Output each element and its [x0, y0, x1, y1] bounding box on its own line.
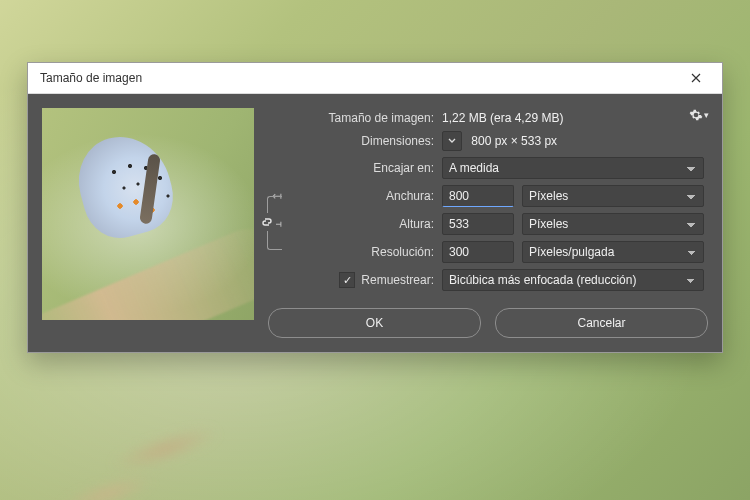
- image-size-label: Tamaño de imagen:: [286, 108, 438, 128]
- dimensions-unit-dropdown[interactable]: [442, 131, 462, 151]
- close-button[interactable]: [678, 64, 714, 92]
- constrain-proportions-toggle[interactable]: [258, 213, 276, 231]
- width-input[interactable]: [442, 185, 514, 207]
- link-icon: [261, 215, 273, 229]
- resample-label: Remuestrear:: [361, 273, 434, 287]
- fit-to-label: Encajar en:: [286, 154, 438, 182]
- image-size-value: 1,22 MB (era 4,29 MB): [442, 111, 563, 125]
- width-drag-handle[interactable]: ↤: [268, 182, 286, 210]
- height-input[interactable]: [442, 213, 514, 235]
- resolution-unit-select[interactable]: Píxeles/pulgada: [522, 241, 704, 263]
- image-size-dialog: Tamaño de imagen ▾: [27, 62, 723, 353]
- dialog-title: Tamaño de imagen: [40, 71, 678, 85]
- gear-icon: [689, 108, 703, 122]
- resample-method-select[interactable]: Bicúbica más enfocada (reducción): [442, 269, 704, 291]
- settings-menu-button[interactable]: ▾: [688, 104, 710, 126]
- chevron-down-icon: [448, 137, 456, 145]
- height-unit-select[interactable]: Píxeles: [522, 213, 704, 235]
- fit-to-select[interactable]: A medida: [442, 157, 704, 179]
- dimensions-label: Dimensiones:: [286, 128, 438, 154]
- image-preview: [42, 108, 254, 320]
- resolution-label: Resolución:: [286, 238, 438, 266]
- titlebar[interactable]: Tamaño de imagen: [28, 63, 722, 94]
- resolution-input[interactable]: [442, 241, 514, 263]
- close-icon: [691, 73, 701, 83]
- dimensions-value: 800 px × 533 px: [471, 134, 557, 148]
- ok-button[interactable]: OK: [268, 308, 481, 338]
- height-label: Altura:: [286, 210, 438, 238]
- form-area: ▾ Tamaño de imagen: 1,22 MB (era 4,29 MB…: [268, 108, 708, 338]
- cancel-button[interactable]: Cancelar: [495, 308, 708, 338]
- resample-checkbox[interactable]: ✓: [339, 272, 355, 288]
- width-unit-select[interactable]: Píxeles: [522, 185, 704, 207]
- width-label: Anchura:: [286, 182, 438, 210]
